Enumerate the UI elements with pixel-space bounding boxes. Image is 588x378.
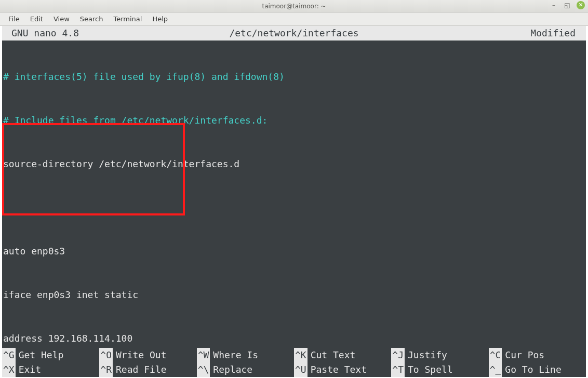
nano-file-path: /etc/network/interfaces: [229, 26, 358, 40]
shortcut-write-out[interactable]: ^OWrite Out: [99, 348, 196, 362]
menu-view[interactable]: View: [48, 13, 75, 25]
editor-line: auto enp0s3: [2, 244, 586, 259]
shortcut-cur-pos[interactable]: ^CCur Pos: [489, 348, 586, 362]
terminal-frame-border: GNU nano 4.8 /etc/network/interfaces Mod…: [0, 26, 588, 378]
menu-search[interactable]: Search: [75, 13, 109, 25]
shortcut-cut-text[interactable]: ^KCut Text: [294, 348, 391, 362]
shortcut-go-to-line[interactable]: ^_Go To Line: [489, 362, 586, 377]
shortcut-read-file[interactable]: ^RRead File: [99, 362, 196, 377]
window-title-bar: taimoor@taimoor: ~ – ◱ ✕: [0, 0, 588, 12]
nano-status: Modified: [530, 26, 576, 40]
menu-file[interactable]: File: [3, 13, 25, 25]
editor-line: # interfaces(5) file used by ifup(8) and…: [2, 70, 586, 84]
editor-line: address 192.168.114.100: [2, 331, 586, 346]
nano-shortcut-bar: ^GGet Help ^OWrite Out ^WWhere Is ^KCut …: [2, 348, 586, 377]
terminal-area[interactable]: GNU nano 4.8 /etc/network/interfaces Mod…: [2, 26, 586, 377]
editor-line: source-directory /etc/network/interfaces…: [2, 157, 586, 171]
nano-header-bar: GNU nano 4.8 /etc/network/interfaces Mod…: [2, 26, 586, 40]
menu-edit[interactable]: Edit: [25, 13, 48, 25]
shortcut-exit[interactable]: ^XExit: [2, 362, 99, 377]
window-title: taimoor@taimoor: ~: [262, 3, 326, 10]
minimize-button[interactable]: –: [550, 1, 558, 9]
menu-terminal[interactable]: Terminal: [108, 13, 147, 25]
shortcut-get-help[interactable]: ^GGet Help: [2, 348, 99, 362]
menu-help[interactable]: Help: [147, 13, 173, 25]
window-controls: – ◱ ✕: [550, 1, 585, 9]
close-button[interactable]: ✕: [577, 1, 585, 9]
shortcut-to-spell[interactable]: ^TTo Spell: [391, 362, 488, 377]
maximize-button[interactable]: ◱: [563, 1, 571, 9]
menu-bar: File Edit View Search Terminal Help: [0, 12, 588, 26]
editor-line: iface enp0s3 inet static: [2, 288, 586, 302]
nano-app-label: GNU nano 4.8: [11, 26, 79, 40]
editor-content[interactable]: # interfaces(5) file used by ifup(8) and…: [2, 40, 586, 378]
shortcut-replace[interactable]: ^\Replace: [197, 362, 294, 377]
editor-line: [2, 200, 586, 215]
shortcut-where-is[interactable]: ^WWhere Is: [197, 348, 294, 362]
shortcut-paste-text[interactable]: ^UPaste Text: [294, 362, 391, 377]
shortcut-justify[interactable]: ^JJustify: [391, 348, 488, 362]
editor-line: # Include files from /etc/network/interf…: [2, 113, 586, 128]
